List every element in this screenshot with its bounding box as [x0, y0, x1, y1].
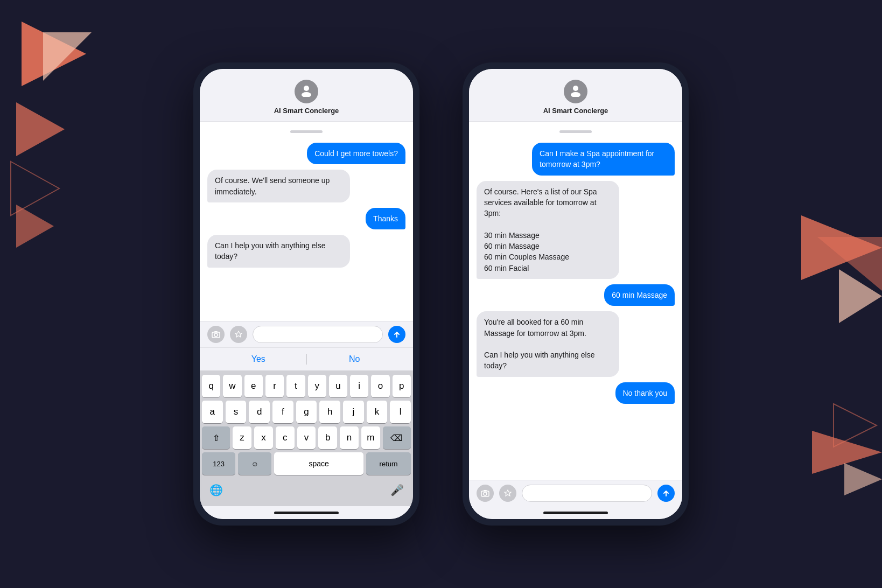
right-phone-header: AI Smart Concierge [469, 69, 682, 122]
svg-marker-1 [16, 102, 65, 156]
svg-point-14 [214, 333, 218, 337]
key-z[interactable]: z [233, 426, 251, 449]
key-c[interactable]: c [276, 426, 295, 449]
right-msg-1-bubble: Can I make a Spa appointment for tomorro… [532, 143, 675, 176]
right-phone-inner: AI Smart Concierge Can I make a Spa appo… [469, 69, 682, 519]
left-msg-3-bubble: Thanks [366, 208, 405, 229]
right-status-indicator [559, 130, 592, 133]
key-delete[interactable]: ⌫ [383, 426, 411, 449]
svg-marker-2 [43, 32, 92, 81]
key-emoji[interactable]: ☺ [238, 452, 271, 475]
left-send-btn[interactable] [388, 326, 405, 343]
globe-icon[interactable]: 🌐 [206, 480, 226, 500]
key-u[interactable]: u [329, 375, 347, 397]
left-phone-header: AI Smart Concierge [200, 69, 413, 122]
right-input-bar [469, 480, 682, 506]
right-messages-area[interactable]: Can I make a Spa appointment for tomorro… [469, 122, 682, 480]
right-home-bar [543, 512, 608, 514]
left-no-btn[interactable]: No [307, 351, 403, 367]
right-avatar-icon [569, 83, 583, 100]
left-msg-2-bubble: Of course. We'll send someone up immedia… [207, 170, 350, 202]
left-msg-4-bubble: Can I help you with anything else today? [207, 235, 350, 268]
key-t[interactable]: t [286, 375, 305, 397]
right-msg-2-bubble: Of course. Here's a list of our Spa serv… [477, 181, 619, 279]
key-o[interactable]: o [371, 375, 389, 397]
key-s[interactable]: s [226, 401, 247, 423]
left-input-bar [200, 321, 413, 347]
key-m[interactable]: m [361, 426, 380, 449]
right-msg-3-bubble: 60 min Massage [604, 284, 675, 306]
right-home-indicator [469, 506, 682, 519]
key-a[interactable]: a [202, 401, 223, 423]
left-messages-area[interactable]: Could I get more towels? Of course. We'l… [200, 122, 413, 321]
right-appstore-btn[interactable] [499, 485, 516, 502]
left-header-name: AI Smart Concierge [274, 107, 339, 115]
left-home-bar [274, 512, 339, 514]
svg-rect-20 [484, 490, 487, 491]
left-camera-btn[interactable] [207, 326, 225, 343]
key-w[interactable]: w [223, 375, 241, 397]
left-msg-2-row: Of course. We'll send someone up immedia… [207, 170, 405, 202]
key-n[interactable]: n [340, 426, 359, 449]
left-appstore-btn[interactable] [230, 326, 247, 343]
left-msg-1-bubble: Could I get more towels? [307, 143, 405, 164]
right-send-btn[interactable] [657, 485, 675, 502]
svg-point-11 [304, 86, 309, 91]
left-home-indicator [200, 506, 413, 519]
right-camera-btn[interactable] [477, 485, 494, 502]
left-avatar [295, 80, 318, 103]
right-msg-3-row: 60 min Massage [477, 284, 675, 306]
svg-marker-9 [844, 463, 882, 495]
key-v[interactable]: v [297, 426, 316, 449]
key-i[interactable]: i [350, 375, 368, 397]
left-msg-3-row: Thanks [207, 208, 405, 229]
mic-icon[interactable]: 🎤 [387, 480, 407, 500]
key-y[interactable]: y [308, 375, 326, 397]
key-d[interactable]: d [249, 401, 270, 423]
key-return[interactable]: return [366, 452, 411, 475]
left-quick-reply-row: Yes No [200, 347, 413, 370]
svg-point-19 [484, 492, 487, 495]
key-f[interactable]: f [272, 401, 293, 423]
left-phone: AI Smart Concierge Could I get more towe… [193, 62, 419, 526]
keyboard-row-2: a s d f g h j k l [202, 401, 411, 423]
main-content: AI Smart Concierge Could I get more towe… [193, 62, 689, 526]
key-j[interactable]: j [343, 401, 364, 423]
keyboard-row-1: q w e r t y u i o p [202, 375, 411, 397]
right-msg-5-bubble: No thank you [615, 382, 675, 404]
right-avatar [564, 80, 587, 103]
key-b[interactable]: b [318, 426, 337, 449]
right-header-name: AI Smart Concierge [543, 107, 608, 115]
left-msg-1-row: Could I get more towels? [207, 143, 405, 164]
svg-point-17 [571, 92, 580, 97]
key-q[interactable]: q [202, 375, 220, 397]
left-yes-btn[interactable]: Yes [211, 351, 306, 367]
left-status-indicator [290, 130, 323, 133]
key-h[interactable]: h [319, 401, 340, 423]
key-g[interactable]: g [296, 401, 317, 423]
svg-rect-15 [214, 331, 218, 332]
left-msg-4-row: Can I help you with anything else today? [207, 235, 405, 268]
key-x[interactable]: x [254, 426, 273, 449]
left-triangles [0, 0, 162, 269]
right-msg-2-row: Of course. Here's a list of our Spa serv… [477, 181, 675, 279]
svg-point-12 [302, 92, 311, 97]
key-l[interactable]: l [390, 401, 411, 423]
right-msg-1-row: Can I make a Spa appointment for tomorro… [477, 143, 675, 176]
key-space[interactable]: space [274, 452, 363, 475]
right-phone: AI Smart Concierge Can I make a Spa appo… [463, 62, 689, 526]
key-p[interactable]: p [393, 375, 411, 397]
left-avatar-icon [299, 83, 313, 100]
key-numbers[interactable]: 123 [202, 452, 235, 475]
key-e[interactable]: e [244, 375, 263, 397]
left-text-input[interactable] [253, 326, 383, 343]
right-msg-4-bubble: You're all booked for a 60 min Massage f… [477, 311, 619, 376]
right-msg-5-row: No thank you [477, 382, 675, 404]
key-shift[interactable]: ⇧ [202, 426, 230, 449]
keyboard-row-4: 123 ☺ space return [202, 452, 411, 475]
key-k[interactable]: k [367, 401, 388, 423]
svg-point-16 [573, 86, 578, 91]
left-keyboard: q w e r t y u i o p a s d f g [200, 370, 413, 506]
right-text-input[interactable] [522, 485, 652, 502]
key-r[interactable]: r [265, 375, 284, 397]
